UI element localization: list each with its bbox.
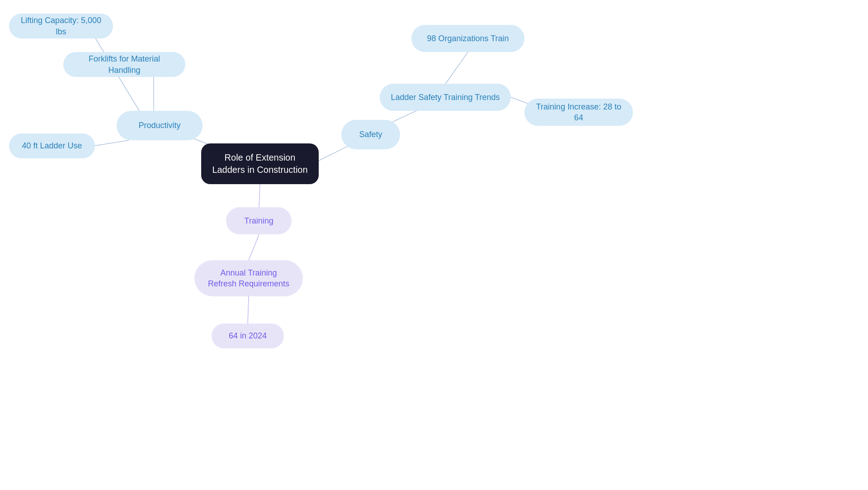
- productivity-node: Productivity: [117, 111, 203, 140]
- ladder40ft-node: 40 ft Ladder Use: [9, 133, 95, 158]
- forklifts-label: Forklifts for Material Handling: [74, 53, 175, 76]
- svg-line-10: [248, 296, 249, 323]
- center-label: Role of Extension Ladders in Constructio…: [212, 152, 308, 176]
- productivity-label: Productivity: [138, 120, 180, 131]
- safety-node: Safety: [341, 120, 400, 149]
- org98-node: 98 Organizations Train: [411, 25, 524, 52]
- svg-line-9: [249, 234, 259, 260]
- yr2024-label: 64 in 2024: [229, 330, 267, 341]
- lifting-label: Lifting Capacity: 5,000 lbs: [20, 15, 102, 37]
- safety-label: Safety: [359, 129, 382, 140]
- training-node: Training: [226, 207, 292, 234]
- trends-node: Ladder Safety Training Trends: [380, 84, 511, 111]
- center-node: Role of Extension Ladders in Constructio…: [201, 143, 319, 184]
- trends-label: Ladder Safety Training Trends: [391, 92, 500, 103]
- annual-node: Annual Training Refresh Requirements: [194, 260, 303, 296]
- annual-label: Annual Training Refresh Requirements: [205, 267, 292, 290]
- svg-line-3: [95, 140, 129, 146]
- increase-label: Training Increase: 28 to 64: [535, 101, 622, 124]
- org98-label: 98 Organizations Train: [427, 33, 509, 44]
- ladder40ft-label: 40 ft Ladder Use: [22, 140, 82, 151]
- svg-line-6: [445, 52, 468, 84]
- svg-line-8: [259, 184, 260, 207]
- lifting-node: Lifting Capacity: 5,000 lbs: [9, 14, 113, 38]
- training-label: Training: [244, 215, 273, 226]
- yr2024-node: 64 in 2024: [212, 323, 284, 348]
- increase-node: Training Increase: 28 to 64: [524, 99, 633, 126]
- forklifts-node: Forklifts for Material Handling: [63, 52, 185, 77]
